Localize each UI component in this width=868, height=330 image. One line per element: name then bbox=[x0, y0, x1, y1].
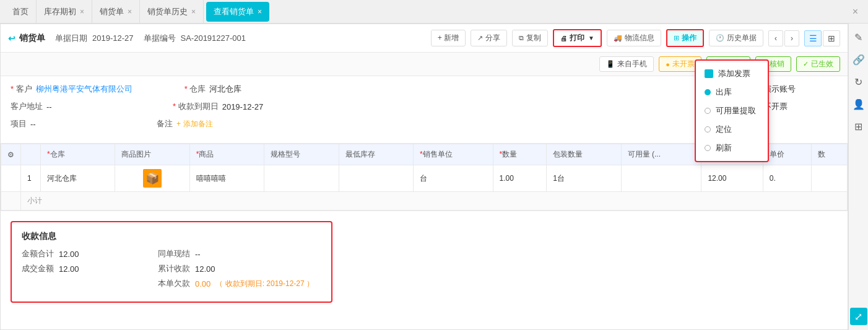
tab-check-sales[interactable]: 查看销货单 × bbox=[206, 2, 269, 22]
close-all-button[interactable]: × bbox=[848, 6, 863, 17]
list-view-btn[interactable]: ☰ bbox=[804, 30, 822, 46]
add-button[interactable]: + 新增 bbox=[431, 30, 466, 46]
refresh-menu-item[interactable]: 刷新 bbox=[696, 139, 768, 157]
summary-row-3: 本单欠款 0.00 （ 收款到期日: 2019-12-27 ） bbox=[22, 278, 321, 289]
available-pickup-menu-item[interactable]: 可用量提取 bbox=[696, 102, 768, 120]
history-button[interactable]: 🕐 历史单据 bbox=[709, 30, 763, 46]
tab-home[interactable]: 首页 bbox=[5, 0, 37, 24]
customer-value[interactable]: 柳州粤港平安气体有限公司 bbox=[36, 84, 132, 95]
outbound-menu-item[interactable]: 出库 bbox=[696, 83, 768, 102]
order-debt-field bbox=[22, 278, 133, 289]
row-warehouse: 河北仓库 bbox=[41, 165, 115, 192]
sidebar-refresh-icon[interactable]: ↻ bbox=[850, 73, 867, 90]
row-spec bbox=[264, 165, 339, 192]
row-available bbox=[621, 165, 701, 192]
sidebar-link-icon[interactable]: 🔗 bbox=[850, 51, 867, 68]
row-product-img: 📦 bbox=[115, 165, 189, 192]
next-arrow[interactable]: › bbox=[784, 30, 799, 46]
same-order-settle-field: 同单现结 -- bbox=[158, 248, 269, 259]
close-inventory-init[interactable]: × bbox=[80, 7, 84, 16]
from-phone-button[interactable]: 📱 来自手机 bbox=[599, 56, 654, 72]
logistics-icon: 🚚 bbox=[614, 34, 622, 42]
locate-menu-item[interactable]: 定位 bbox=[696, 120, 768, 139]
more-header: 数 bbox=[812, 144, 848, 165]
sidebar-expand-icon[interactable]: ⤢ bbox=[850, 308, 867, 325]
row-more bbox=[812, 165, 848, 192]
refresh-icon bbox=[705, 145, 711, 151]
history-icon: 🕐 bbox=[716, 34, 724, 42]
operations-button[interactable]: ⊞ 操作 bbox=[666, 29, 704, 47]
sidebar-table-icon[interactable]: ⊞ bbox=[850, 118, 867, 135]
sales-unit-header: *销售单位 bbox=[414, 144, 493, 165]
ticket-icon: ● bbox=[666, 61, 670, 68]
row-sales-unit: 台 bbox=[414, 165, 493, 192]
add-invoice-menu-item[interactable]: 添加发票 bbox=[696, 64, 768, 83]
prev-arrow[interactable]: ‹ bbox=[768, 30, 783, 46]
summary-row-1: 金额合计 12.00 同单现结 -- bbox=[22, 248, 321, 259]
warehouse-field: 仓库 河北仓库 bbox=[184, 84, 284, 95]
summary-section: 收款信息 金额合计 12.00 同单现结 -- 成交金额 12.00 bbox=[1, 211, 848, 313]
ticket-value: 不开票 bbox=[763, 101, 838, 112]
effective-button[interactable]: ✓ 已生效 bbox=[796, 56, 840, 72]
copy-button[interactable]: ⧉ 复制 bbox=[512, 30, 548, 46]
tab-bar: 首页 库存期初 × 销货单 × 销货单历史 × 查看销货单 × × bbox=[0, 0, 868, 24]
close-sales-history[interactable]: × bbox=[191, 7, 196, 16]
warehouse-header: *仓库 bbox=[41, 144, 115, 165]
payment-date-label: 收款到期日 bbox=[173, 101, 219, 112]
subtotal-gear bbox=[1, 192, 21, 211]
gear-header: ⚙ bbox=[1, 144, 21, 165]
print-dropdown-arrow: ▼ bbox=[588, 35, 594, 41]
close-check-sales[interactable]: × bbox=[258, 7, 262, 16]
add-note-button[interactable]: + 添加备注 bbox=[176, 119, 213, 129]
doc-header: ↩ 销货单 单据日期 2019-12-27 单据编号 SA-20191227-0… bbox=[1, 24, 848, 53]
total-amount-field: 金额合计 12.00 bbox=[22, 248, 133, 259]
locate-icon bbox=[705, 126, 711, 132]
print-icon: 🖨 bbox=[560, 35, 567, 42]
unit-price-header: 单价 bbox=[763, 144, 812, 165]
copy-icon: ⧉ bbox=[519, 34, 524, 42]
address-value: -- bbox=[46, 102, 121, 111]
row-pack-qty: 1台 bbox=[547, 165, 621, 192]
product-img-header: 商品图片 bbox=[115, 144, 189, 165]
project-value: -- bbox=[30, 119, 105, 129]
operations-icon: ⊞ bbox=[674, 34, 679, 42]
customer-field: 客户 柳州粤港平安气体有限公司 bbox=[11, 84, 132, 95]
staff-value: 演示账号 bbox=[763, 84, 838, 95]
sidebar-edit-icon[interactable]: ✎ bbox=[850, 28, 867, 46]
row-seq: 1 bbox=[21, 165, 41, 192]
doc-title: ↩ 销货单 bbox=[8, 33, 45, 44]
phone-icon: 📱 bbox=[606, 60, 615, 68]
order-debt-value-field: 本单欠款 0.00 （ 收款到期日: 2019-12-27 ） bbox=[158, 278, 314, 289]
print-button[interactable]: 🖨 打印 ▼ bbox=[553, 29, 602, 47]
note-label: 备注 bbox=[157, 118, 173, 129]
close-sales-order[interactable]: × bbox=[128, 7, 132, 16]
min-stock-header: 最低库存 bbox=[339, 144, 413, 165]
number-meta: 单据编号 SA-20191227-001 bbox=[144, 33, 246, 44]
date-meta: 单据日期 2019-12-27 bbox=[55, 33, 134, 44]
invoice-icon bbox=[705, 69, 713, 78]
logistics-button[interactable]: 🚚 物流信息 bbox=[607, 30, 661, 46]
effective-icon: ✓ bbox=[803, 60, 809, 68]
subtotal-row: 小计 bbox=[1, 192, 848, 211]
payment-date-field: 收款到期日 2019-12-27 bbox=[173, 101, 297, 112]
address-field: 客户地址 -- bbox=[11, 101, 121, 112]
grid-view-btn[interactable]: ⊞ bbox=[823, 30, 840, 46]
customer-label: 客户 bbox=[11, 84, 32, 95]
right-sidebar: ✎ 🔗 ↻ 👤 ⊞ ⤢ bbox=[848, 24, 868, 330]
gear-icon[interactable]: ⚙ bbox=[7, 150, 14, 159]
warehouse-label: 仓库 bbox=[184, 84, 206, 95]
row-current-stock: 12.00 bbox=[701, 165, 763, 192]
plus-icon: + bbox=[176, 119, 181, 128]
share-button[interactable]: ↗ 分享 bbox=[471, 30, 507, 46]
row-quantity: 1.00 bbox=[493, 165, 547, 192]
deal-amount-field: 成交金额 12.00 bbox=[22, 263, 133, 274]
tab-inventory-init[interactable]: 库存期初 × bbox=[37, 0, 92, 24]
tab-sales-history[interactable]: 销货单历史 × bbox=[140, 0, 204, 24]
operations-dropdown: 添加发票 出库 可用量提取 定位 刷新 bbox=[695, 59, 769, 162]
tab-sales-order[interactable]: 销货单 × bbox=[92, 0, 140, 24]
available-header: 可用量 (... bbox=[621, 144, 701, 165]
sales-staff-value: -- bbox=[763, 119, 838, 129]
project-field: 项目 -- bbox=[11, 118, 105, 129]
project-label: 项目 bbox=[11, 118, 27, 129]
sidebar-person-icon[interactable]: 👤 bbox=[850, 95, 867, 113]
